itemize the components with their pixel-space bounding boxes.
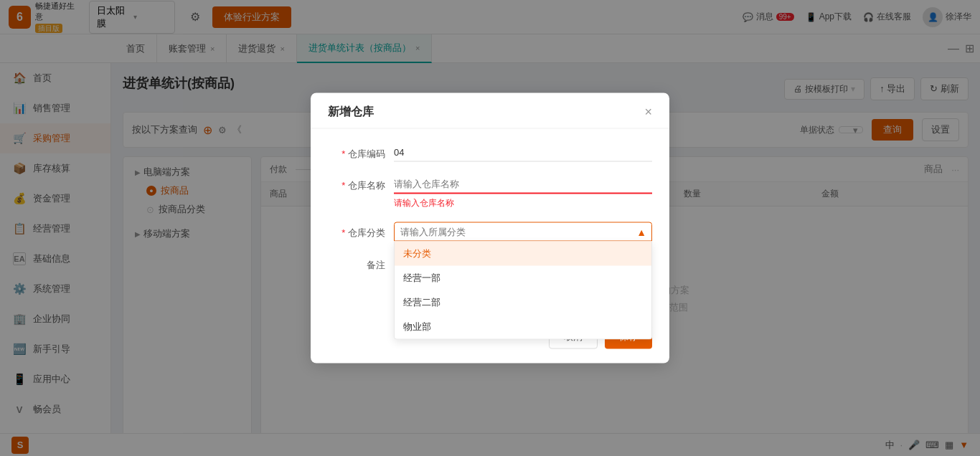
warehouse-code-row: 仓库编码: [328, 143, 652, 162]
category-dropdown-list: 未分类 经营一部 经营二部 物业部: [394, 242, 652, 340]
dropdown-item-ops1[interactable]: 经营一部: [395, 266, 651, 290]
warehouse-category-input[interactable]: [394, 222, 652, 242]
warehouse-name-row: 仓库名称 请输入仓库名称: [328, 175, 652, 209]
dropdown-item-property[interactable]: 物业部: [395, 315, 651, 339]
dropdown-item-uncategorized[interactable]: 未分类: [395, 242, 651, 266]
modal-header: 新增仓库 ×: [311, 93, 669, 129]
modal-close-button[interactable]: ×: [644, 105, 652, 120]
warehouse-code-input[interactable]: [394, 143, 652, 162]
warehouse-code-label: 仓库编码: [328, 143, 385, 161]
add-warehouse-modal: 新增仓库 × 仓库编码 仓库名称 请输入仓库名称 仓库分类 ▲ 未分类: [311, 93, 669, 364]
warehouse-name-label: 仓库名称: [328, 175, 385, 192]
remarks-label: 备注: [328, 255, 385, 272]
modal-title: 新增仓库: [328, 105, 374, 120]
chevron-up-icon: ▲: [636, 226, 646, 237]
dropdown-item-ops2[interactable]: 经营二部: [395, 290, 651, 315]
warehouse-name-input[interactable]: [394, 175, 652, 194]
warehouse-category-field: ▲ 未分类 经营一部 经营二部 物业部: [394, 222, 652, 242]
warehouse-category-label: 仓库分类: [328, 222, 385, 239]
warehouse-name-field: 请输入仓库名称: [394, 175, 652, 209]
warehouse-name-error: 请输入仓库名称: [394, 197, 652, 209]
warehouse-code-field: [394, 143, 652, 162]
warehouse-category-row: 仓库分类 ▲ 未分类 经营一部 经营二部 物业部: [328, 222, 652, 242]
modal-body: 仓库编码 仓库名称 请输入仓库名称 仓库分类 ▲ 未分类 经营一部 经营二部: [311, 129, 669, 325]
